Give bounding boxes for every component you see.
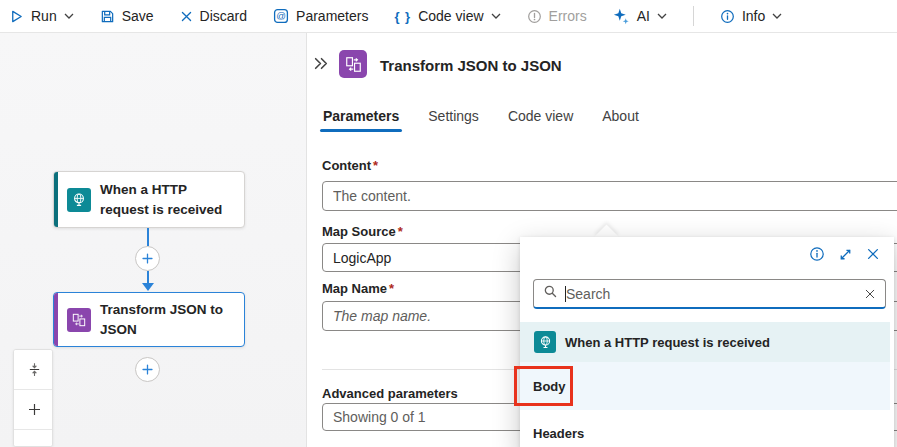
zoom-in-button[interactable]: [14, 390, 53, 430]
required-asterisk: *: [373, 158, 378, 173]
map-source-field-label: Map Source*: [322, 224, 403, 239]
http-request-icon: [534, 331, 556, 353]
code-view-button[interactable]: { } Code view: [394, 8, 500, 24]
save-label: Save: [122, 8, 154, 24]
popup-header-icons: [809, 246, 880, 262]
play-icon: [9, 9, 24, 24]
dynamic-content-popup: When a HTTP request is received Body Hea…: [520, 237, 894, 447]
info-label: Info: [742, 8, 765, 24]
chevron-down-icon: [657, 13, 667, 19]
required-asterisk: *: [389, 281, 394, 296]
action-card-transform-json[interactable]: Transform JSON to JSON: [53, 292, 245, 347]
search-clear-icon[interactable]: [864, 288, 876, 300]
parameters-at-icon: @: [273, 8, 289, 24]
error-circle-icon: [527, 9, 542, 24]
edge-arrowhead: [142, 283, 154, 291]
tab-about[interactable]: About: [601, 104, 640, 132]
content-input[interactable]: [333, 188, 891, 204]
map-name-field-label: Map Name*: [322, 281, 394, 296]
advanced-parameters-value: Showing 0 of 1: [333, 409, 426, 425]
ai-button[interactable]: AI: [613, 8, 667, 25]
add-step-button[interactable]: [135, 357, 160, 382]
popup-item-headers-label: Headers: [533, 426, 584, 441]
popup-group-header-label: When a HTTP request is received: [565, 335, 770, 350]
panel-title: Transform JSON to JSON: [380, 57, 562, 74]
insert-step-button[interactable]: [135, 246, 160, 271]
popup-close-icon[interactable]: [866, 247, 880, 261]
popup-item-body[interactable]: Body: [520, 362, 890, 410]
panel-tabs: Parameters Settings Code view About: [322, 104, 640, 132]
sparkles-icon: [613, 8, 630, 25]
toolbar-separator: [693, 6, 694, 26]
popup-group-header-http-request[interactable]: When a HTTP request is received: [520, 322, 890, 362]
popup-search-input[interactable]: [566, 286, 864, 302]
action-card-title: Transform JSON to JSON: [100, 300, 244, 340]
canvas-zoom-toolbar: [13, 349, 53, 447]
popup-item-headers[interactable]: Headers: [520, 410, 890, 447]
map-source-value: LogicApp: [333, 250, 391, 266]
edge-line: [147, 228, 149, 246]
discard-x-icon: [180, 10, 193, 23]
discard-button[interactable]: Discard: [180, 8, 247, 24]
annotation-highlight-box: [514, 366, 573, 406]
tab-code-view[interactable]: Code view: [507, 104, 574, 132]
trigger-accent-bar: [54, 172, 58, 227]
svg-text:@: @: [276, 10, 286, 21]
save-icon: [100, 9, 115, 24]
fit-view-button[interactable]: [14, 350, 53, 390]
run-button[interactable]: Run: [9, 8, 74, 24]
errors-button[interactable]: Errors: [527, 8, 587, 24]
info-circle-icon: [720, 9, 735, 24]
parameters-label: Parameters: [296, 8, 368, 24]
zoom-out-button[interactable]: [14, 430, 53, 447]
edge-line: [147, 271, 149, 283]
required-asterisk: *: [398, 224, 403, 239]
ai-label: AI: [637, 8, 650, 24]
collapse-panel-button[interactable]: [313, 55, 330, 76]
designer-toolbar: Run Save Discard @ Parameters { } Code v…: [0, 0, 897, 33]
chevron-down-icon: [491, 13, 501, 19]
chevron-down-icon: [64, 13, 74, 19]
code-view-label: Code view: [418, 8, 483, 24]
errors-label: Errors: [549, 8, 587, 24]
popup-expand-icon[interactable]: [838, 247, 853, 262]
transform-json-icon: [67, 308, 91, 332]
discard-label: Discard: [200, 8, 247, 24]
tab-parameters[interactable]: Parameters: [322, 104, 400, 132]
trigger-card-title: When a HTTP request is received: [100, 180, 244, 220]
transform-json-icon: [339, 50, 367, 78]
info-button[interactable]: Info: [720, 8, 782, 24]
save-button[interactable]: Save: [100, 8, 154, 24]
http-request-icon: [67, 188, 91, 212]
popup-info-icon[interactable]: [809, 246, 825, 262]
run-label: Run: [31, 8, 57, 24]
chevron-down-icon: [772, 13, 782, 19]
tab-settings[interactable]: Settings: [427, 104, 480, 132]
code-braces-icon: { }: [394, 9, 411, 24]
content-input-wrap: [322, 181, 897, 211]
popup-search-box: [533, 279, 886, 309]
search-icon: [543, 284, 558, 303]
action-accent-bar: [54, 293, 58, 346]
trigger-card-http-request[interactable]: When a HTTP request is received: [53, 171, 245, 228]
parameters-button[interactable]: @ Parameters: [273, 8, 368, 24]
content-field-label: Content*: [322, 158, 378, 173]
advanced-parameters-label: Advanced parameters: [322, 386, 458, 401]
